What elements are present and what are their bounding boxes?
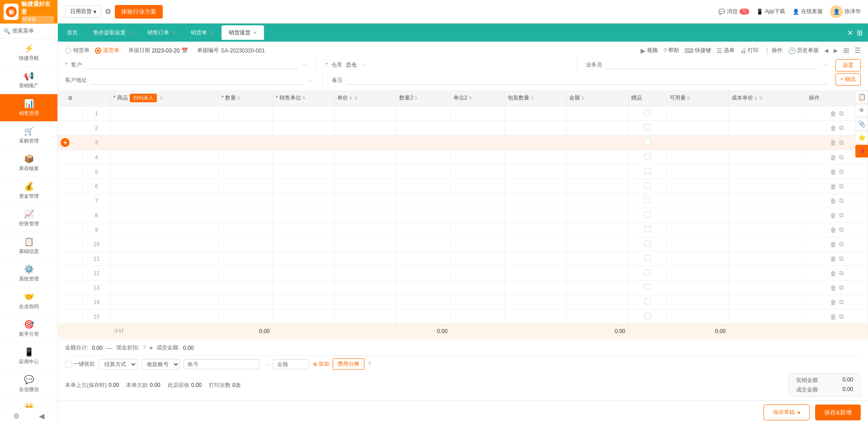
avail-sort-icon[interactable]: ⇅	[687, 95, 690, 100]
delete-row-icon[interactable]: 🗑	[830, 139, 836, 146]
row-qty-cell[interactable]	[219, 266, 273, 281]
row-unit-cell[interactable]	[273, 179, 335, 194]
row-avail-cell[interactable]	[667, 135, 729, 150]
add-payment-btn[interactable]: ⊕ 添加	[313, 360, 329, 368]
delete-row-icon[interactable]: 🗑	[830, 154, 836, 161]
row-cost-cell[interactable]	[729, 194, 806, 208]
row-gift-cell[interactable]	[628, 310, 667, 324]
row-cost-cell[interactable]	[729, 121, 806, 135]
row-price-cell[interactable]	[335, 106, 396, 121]
row-price-cell[interactable]	[335, 295, 396, 310]
ops-btn[interactable]: ⋮ 操作	[764, 47, 783, 54]
row-avail-cell[interactable]	[667, 237, 729, 252]
row-amount-cell[interactable]	[566, 135, 628, 150]
product-input[interactable]	[113, 212, 216, 219]
sidebar-item-wechat[interactable]: 💬 企业微信	[0, 370, 57, 398]
calendar-icon[interactable]: 📅	[181, 48, 188, 54]
row-amount-cell[interactable]	[566, 165, 628, 179]
row-pkgqty-cell[interactable]	[505, 135, 566, 150]
row-unit2-cell[interactable]	[450, 179, 505, 194]
row-product-cell[interactable]	[110, 179, 218, 194]
gift-checkbox[interactable]	[644, 255, 651, 261]
qty2-sort-icon[interactable]: ⇅	[414, 95, 418, 100]
account-dots[interactable]: ···	[265, 361, 269, 367]
row-qty2-cell[interactable]	[396, 179, 451, 194]
gift-checkbox[interactable]	[644, 182, 651, 189]
account-number-input[interactable]	[184, 359, 259, 369]
row-qty2-cell[interactable]	[396, 135, 451, 150]
staff-input[interactable]	[606, 61, 818, 69]
row-avail-cell[interactable]	[667, 281, 729, 295]
address-dots[interactable]: ···	[309, 77, 313, 83]
row-price-cell[interactable]	[335, 165, 396, 179]
list-view-icon[interactable]: ☰	[854, 46, 861, 55]
row-unit2-cell[interactable]	[450, 266, 505, 281]
cost-sort-icon[interactable]: ⇅	[759, 95, 763, 100]
fee-help-icon[interactable]: ?	[368, 361, 371, 367]
tab-sale-delivery[interactable]: 销货单 ✕	[184, 25, 221, 40]
product-input[interactable]	[113, 154, 216, 161]
row-price-cell[interactable]	[335, 150, 396, 165]
scan-barcode-btn[interactable]: 扫码录入	[130, 94, 157, 102]
product-input[interactable]	[113, 139, 216, 146]
row-qty-cell[interactable]	[219, 179, 273, 194]
row-pkgqty-cell[interactable]	[505, 194, 566, 208]
row-amount-cell[interactable]	[566, 179, 628, 194]
row-unit2-cell[interactable]	[450, 237, 505, 252]
row-pkgqty-cell[interactable]	[505, 281, 566, 295]
delete-row-icon[interactable]: 🗑	[830, 183, 836, 190]
quick-btn-3[interactable]: 📎	[855, 118, 868, 130]
copy-row-icon[interactable]: ⧉	[839, 269, 844, 277]
video-btn[interactable]: ▶ 视频	[641, 47, 658, 54]
copy-row-icon[interactable]: ⧉	[839, 153, 844, 161]
print-btn[interactable]: 🖨 打印	[740, 47, 759, 54]
sidebar-item-marketing[interactable]: 📢 营销推广	[0, 67, 57, 94]
row-unit-cell[interactable]	[273, 252, 335, 266]
row-unit2-cell[interactable]	[450, 310, 505, 324]
shortcut-btn[interactable]: ⌨ 快捷键	[684, 47, 711, 54]
row-gift-cell[interactable]	[628, 295, 667, 310]
product-input[interactable]	[113, 198, 216, 204]
row-avail-cell[interactable]	[667, 266, 729, 281]
row-product-cell[interactable]	[110, 135, 218, 150]
row-unit2-cell[interactable]	[450, 194, 505, 208]
row-qty-cell[interactable]	[219, 223, 273, 237]
delete-row-icon[interactable]: 🗑	[830, 241, 836, 248]
row-unit2-cell[interactable]	[450, 106, 505, 121]
logistics-btn[interactable]: + 物流	[835, 73, 861, 86]
tab-close-icon[interactable]: ✕	[210, 30, 213, 35]
row-pkgqty-cell[interactable]	[505, 295, 566, 310]
tab-close-icon[interactable]: ✕	[253, 30, 257, 35]
row-product-cell[interactable]	[110, 106, 218, 121]
row-qty-cell[interactable]	[219, 295, 273, 310]
sidebar-item-basic-info[interactable]: 📋 基础信息	[0, 232, 57, 260]
row-amount-cell[interactable]	[566, 208, 628, 223]
tab-close-icon[interactable]: ✕	[128, 30, 132, 35]
row-gift-cell[interactable]	[628, 150, 667, 165]
sidebar-search[interactable]: 🔍 搜索菜单	[0, 24, 57, 39]
row-product-cell[interactable]	[110, 252, 218, 266]
row-price-cell[interactable]	[335, 223, 396, 237]
row-product-cell[interactable]	[110, 150, 218, 165]
row-qty2-cell[interactable]	[396, 310, 451, 324]
row-gift-cell[interactable]	[628, 106, 667, 121]
row-qty2-cell[interactable]	[396, 165, 451, 179]
row-qty-cell[interactable]	[219, 281, 273, 295]
gift-checkbox[interactable]	[644, 298, 651, 305]
sidebar-item-app-center[interactable]: 📱 应用中心	[0, 343, 57, 370]
copy-row-icon[interactable]: ⧉	[839, 240, 844, 248]
sidebar-item-inventory[interactable]: 📦 库存核算	[0, 149, 57, 177]
product-input[interactable]	[113, 241, 216, 248]
row-amount-cell[interactable]	[566, 223, 628, 237]
sidebar-item-quick-nav[interactable]: ⚡ 快捷导航	[0, 39, 57, 67]
row-pkgqty-cell[interactable]	[505, 106, 566, 121]
product-input[interactable]	[113, 285, 216, 291]
row-price-cell[interactable]	[335, 281, 396, 295]
discount-help-icon[interactable]: ?	[143, 345, 146, 351]
row-amount-cell[interactable]	[566, 266, 628, 281]
price-info-icon[interactable]: ℹ	[350, 95, 352, 100]
row-cost-cell[interactable]	[729, 281, 806, 295]
row-amount-cell[interactable]	[566, 237, 628, 252]
row-qty-cell[interactable]	[219, 106, 273, 121]
product-input[interactable]	[113, 183, 216, 190]
